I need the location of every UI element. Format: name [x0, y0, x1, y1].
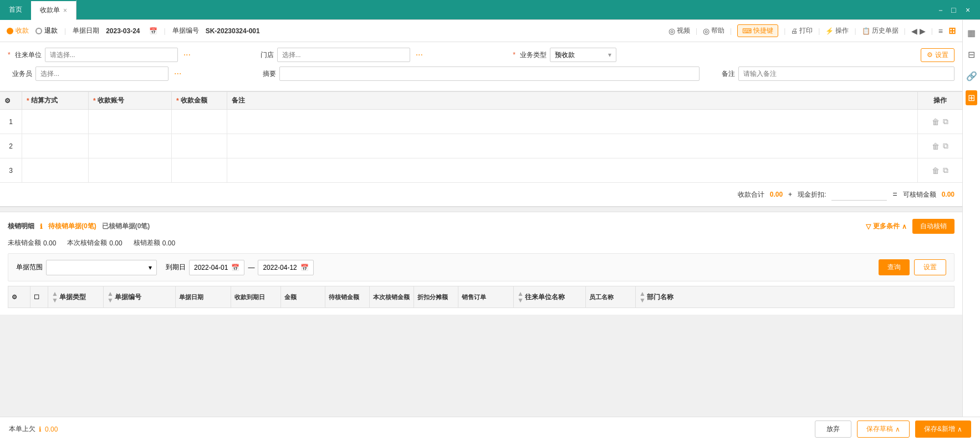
tab-current[interactable]: 收款单 ×: [31, 0, 76, 20]
print-button[interactable]: 🖨 打印: [791, 26, 813, 35]
sidebar-list-icon[interactable]: ⊟: [966, 47, 977, 62]
th-remark: 备注: [227, 92, 918, 109]
bth-pending-amount: 待核销金额: [325, 286, 370, 307]
done-tab[interactable]: 已核销单据(0笔): [102, 222, 150, 231]
bth-staff-name: 员工名称: [586, 286, 636, 307]
save-draft-button[interactable]: 保存草稿 ∧: [857, 421, 910, 438]
receipt-radio[interactable]: 收款: [7, 26, 29, 35]
row1-account[interactable]: [89, 110, 172, 134]
row2-copy-icon[interactable]: ⧉: [943, 141, 948, 151]
history-icon: 📋: [862, 27, 870, 35]
salesperson-more-button[interactable]: ···: [174, 69, 181, 79]
th-settlement: * 结算方式: [22, 92, 89, 109]
calendar-end-icon[interactable]: 📅: [300, 264, 309, 271]
row3-delete-icon[interactable]: 🗑: [932, 166, 940, 175]
video-button[interactable]: ◎ 视频: [668, 26, 690, 35]
row3-account[interactable]: [89, 158, 172, 182]
settings-button[interactable]: ⚙ 设置: [921, 48, 955, 62]
row2-amount[interactable]: [172, 134, 227, 158]
row-num-1: 1: [0, 110, 22, 134]
refund-radio-dot: [35, 28, 42, 34]
row2-delete-icon[interactable]: 🗑: [932, 142, 940, 151]
query-button[interactable]: 查询: [879, 259, 910, 275]
date-start-input[interactable]: 2022-04-01 📅: [189, 260, 244, 275]
row1-copy-icon[interactable]: ⧉: [943, 117, 948, 126]
row1-settlement[interactable]: [22, 110, 89, 134]
diff-value: 0.00: [162, 239, 175, 247]
chevron-up-icon: ∧: [902, 223, 907, 230]
discount-input[interactable]: [831, 188, 887, 201]
save-draft-label: 保存草稿: [866, 424, 893, 434]
store-more-button[interactable]: ···: [416, 50, 423, 60]
abandon-button[interactable]: 放弃: [815, 421, 851, 438]
store-input[interactable]: [277, 48, 410, 62]
partner-input[interactable]: [45, 48, 178, 62]
footer-right: 放弃 保存草稿 ∧ 保存&新增 ∧: [815, 421, 971, 438]
row3-settlement[interactable]: [22, 158, 89, 182]
date-end-input[interactable]: 2022-04-12 📅: [258, 260, 313, 275]
row-num-2: 2: [0, 134, 22, 158]
verify-info-icon[interactable]: ℹ: [40, 223, 43, 230]
range-select[interactable]: ▾: [46, 260, 157, 275]
operate-button[interactable]: ⚡ 操作: [825, 26, 849, 35]
bth-checkbox[interactable]: ☐: [30, 286, 48, 307]
shortcut-button[interactable]: ⌨ 快捷键: [737, 24, 778, 37]
filter-settings-button[interactable]: 设置: [914, 259, 946, 275]
prev-page-button[interactable]: ◀: [911, 27, 917, 35]
row-num-3: 3: [0, 158, 22, 182]
row3-amount[interactable]: [172, 158, 227, 182]
row1-amount[interactable]: [172, 110, 227, 134]
summary-input[interactable]: [279, 66, 700, 81]
maximize-button[interactable]: □: [951, 6, 960, 14]
date-range: 到期日 2022-04-01 📅 — 2022-04-12 📅: [166, 260, 314, 275]
tab-current-label: 收款单: [40, 6, 60, 15]
minimize-button[interactable]: －: [937, 6, 946, 14]
row1-delete-icon[interactable]: 🗑: [932, 117, 940, 126]
row3-copy-icon[interactable]: ⧉: [943, 166, 948, 175]
footer: 本单上欠 ℹ 0.00 放弃 保存草稿 ∧ 保存&新增 ∧: [0, 417, 980, 441]
salesperson-input[interactable]: [35, 66, 169, 81]
help-icon: ◎: [703, 27, 710, 35]
verify-section: 核销明细 ℹ 待核销单据(0笔) 已核销单据(0笔) ▽ 更多条件 ∧ 自动核销…: [0, 212, 962, 315]
video-label: 视频: [677, 26, 690, 35]
layout-icon[interactable]: ≡: [938, 27, 943, 35]
sidebar-table-icon[interactable]: ▦: [965, 25, 978, 40]
bill-date-value: 2023-03-24: [106, 27, 140, 35]
footer-info-icon[interactable]: ℹ: [39, 425, 42, 433]
toolbar: 收款 退款 | 单据日期 2023-03-24 📅 | 单据编号 SK-2023…: [0, 20, 962, 42]
pending-tab[interactable]: 待核销单据(0笔): [48, 222, 96, 231]
sidebar-link-icon[interactable]: 🔗: [964, 69, 979, 84]
refund-radio[interactable]: 退款: [35, 26, 58, 35]
next-page-button[interactable]: ▶: [920, 27, 926, 35]
remark-input[interactable]: [738, 66, 955, 81]
sidebar-active-icon[interactable]: ⊞: [966, 90, 977, 105]
help-button[interactable]: ◎ 帮助: [703, 26, 724, 35]
auto-verify-button[interactable]: 自动核销: [912, 219, 955, 234]
table-row: 2 🗑 ⧉: [0, 134, 962, 158]
tab-close-icon[interactable]: ×: [63, 7, 67, 14]
close-button[interactable]: ×: [966, 6, 974, 14]
bth-settings[interactable]: ⚙: [8, 286, 30, 307]
total-label: 收款合计: [738, 190, 764, 199]
save-new-button[interactable]: 保存&新增 ∧: [915, 421, 971, 438]
calendar-start-icon[interactable]: 📅: [231, 264, 239, 271]
more-conditions-button[interactable]: ▽ 更多条件 ∧: [866, 222, 907, 231]
tab-home[interactable]: 首页: [0, 0, 31, 20]
table-gear-icon[interactable]: ⚙: [4, 97, 11, 105]
bill-date-calendar-icon[interactable]: 📅: [149, 27, 157, 35]
row3-remark[interactable]: [227, 158, 918, 182]
partner-more-button[interactable]: ···: [183, 50, 191, 60]
salesperson-label: 业务员: [12, 69, 32, 79]
row2-settlement[interactable]: [22, 134, 89, 158]
save-new-label: 保存&新增: [924, 424, 955, 434]
fullscreen-icon[interactable]: ⊞: [948, 25, 956, 36]
history-button[interactable]: 📋 历史单据: [862, 26, 899, 35]
business-type-select[interactable]: 预收款 ▾: [550, 48, 616, 62]
row2-remark[interactable]: [227, 134, 918, 158]
row1-remark[interactable]: [227, 110, 918, 134]
th-settings[interactable]: ⚙: [0, 92, 22, 109]
verifiable-label: 可核销金额: [903, 190, 936, 199]
bth-dept-name: ▲▼ 部门名称: [636, 286, 686, 307]
shortcut-icon: ⌨: [742, 27, 752, 35]
row2-account[interactable]: [89, 134, 172, 158]
